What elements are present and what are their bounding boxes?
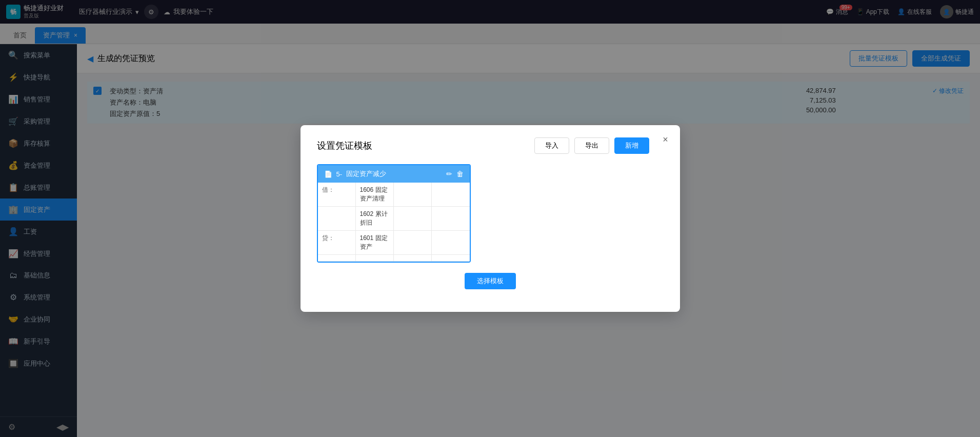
template-credit-row: 贷： 1601 固定资产 [318,231,470,255]
delete-icon[interactable]: 🗑 [456,170,464,178]
template-body: 借： 1606 固定资产清理 1602 累计折旧 贷： 1601 固定资产 [318,183,470,262]
edit-icon[interactable]: ✏ [446,170,452,178]
debit-code-2: 1602 累计折旧 [356,207,394,230]
template-name: 固定资产减少 [346,169,386,178]
template-number: 5- [336,170,343,178]
template-debit-row-1: 借： 1606 固定资产清理 [318,183,470,207]
debit-label: 借： [318,183,356,206]
dialog: 设置凭证模板 × 导入 导出 新增 📄 5-固定资产减少 ✏ 🗑 [301,125,680,312]
new-button[interactable]: 新增 [614,137,649,154]
debit-amount-col2 [432,183,470,206]
select-template-button[interactable]: 选择模板 [465,273,516,289]
debit-code-1: 1606 固定资产清理 [356,183,394,206]
debit-amount-col1 [394,183,432,206]
debit-indent [318,207,356,230]
credit-code-1: 1601 固定资产 [356,231,394,254]
dialog-close-button[interactable]: × [659,133,672,146]
dialog-toolbar: 导入 导出 新增 [534,137,649,154]
template-card-header: 📄 5-固定资产减少 ✏ 🗑 [318,165,470,183]
credit-col3 [432,231,470,254]
credit-col2 [394,231,432,254]
modal-overlay: 设置凭证模板 × 导入 导出 新增 📄 5-固定资产减少 ✏ 🗑 [0,0,980,437]
template-card: 📄 5-固定资产减少 ✏ 🗑 借： 1606 固定资产清理 [317,164,471,263]
debit-col3 [432,207,470,230]
credit-label: 贷： [318,231,356,254]
import-button[interactable]: 导入 [534,137,569,154]
template-actions: ✏ 🗑 [446,170,464,178]
debit-col2 [394,207,432,230]
template-debit-row-2: 1602 累计折旧 [318,207,470,231]
template-empty-row [318,255,470,262]
export-button[interactable]: 导出 [574,137,609,154]
template-doc-icon: 📄 [324,170,332,178]
